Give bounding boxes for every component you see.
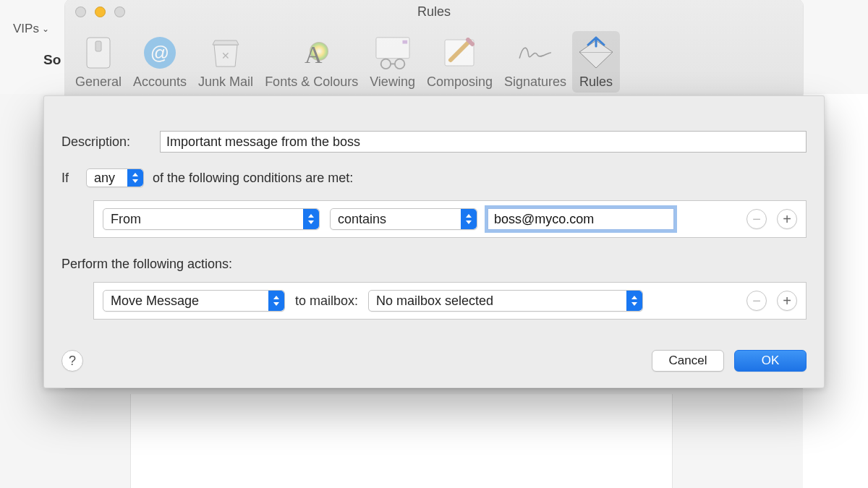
tab-accounts[interactable]: @ Accounts — [127, 31, 192, 93]
svg-text:@: @ — [150, 42, 169, 64]
tab-general[interactable]: General — [69, 31, 127, 93]
to-mailbox-label: to mailbox: — [295, 294, 358, 309]
fonts-colours-icon: A — [294, 34, 330, 72]
select-stepper-icon — [303, 209, 319, 229]
action-mailbox-value: No mailbox selected — [376, 294, 493, 309]
vips-dropdown[interactable]: VIPs ⌄ — [13, 22, 49, 36]
action-mailbox-select[interactable]: No mailbox selected — [368, 290, 643, 312]
tab-label: Rules — [579, 74, 613, 90]
ok-button[interactable]: OK — [734, 350, 807, 372]
sort-label-fragment: So — [43, 52, 61, 68]
if-label: If — [61, 171, 86, 186]
tab-label: Viewing — [370, 74, 415, 90]
svg-rect-1 — [95, 41, 101, 51]
if-suffix: of the following conditions are met: — [153, 171, 353, 186]
help-button[interactable]: ? — [61, 350, 83, 372]
condition-value-input[interactable] — [488, 208, 674, 230]
tab-label: Junk Mail — [198, 74, 253, 90]
help-icon: ? — [69, 354, 76, 369]
select-stepper-icon — [626, 291, 642, 311]
condition-field-value: From — [111, 212, 141, 227]
tab-fonts-colours[interactable]: A Fonts & Colours — [259, 31, 364, 93]
composing-icon — [441, 34, 477, 72]
tab-rules[interactable]: Rules — [572, 31, 620, 93]
window-title: Rules — [65, 4, 803, 20]
minus-icon: − — [752, 294, 761, 308]
add-condition-button[interactable]: + — [777, 209, 797, 229]
svg-text:A: A — [305, 41, 323, 68]
select-stepper-icon — [127, 169, 143, 187]
svg-point-9 — [380, 59, 390, 69]
vips-label: VIPs — [13, 22, 39, 36]
tab-junk-mail[interactable]: ✕ Junk Mail — [192, 31, 259, 93]
svg-text:✕: ✕ — [221, 50, 230, 61]
action-type-select[interactable]: Move Message — [103, 290, 285, 312]
junk-mail-icon: ✕ — [208, 34, 244, 72]
preferences-window: Rules General @ Accounts ✕ Junk Mail — [65, 0, 803, 95]
description-input[interactable] — [160, 131, 807, 153]
preferences-toolbar: General @ Accounts ✕ Junk Mail A Fonts &… — [65, 25, 803, 95]
general-icon — [80, 34, 116, 72]
condition-row: From contains − + — [93, 200, 807, 238]
rule-editor-sheet: Description: If any of the following con… — [43, 95, 825, 388]
remove-condition-button[interactable]: − — [746, 209, 767, 229]
match-mode-value: any — [94, 171, 115, 186]
minus-icon: − — [752, 212, 761, 226]
tab-label: Signatures — [504, 74, 566, 90]
condition-field-select[interactable]: From — [103, 208, 320, 230]
svg-point-10 — [394, 59, 404, 69]
actions-heading: Perform the following actions: — [61, 257, 807, 272]
add-action-button[interactable]: + — [777, 291, 797, 311]
plus-icon: + — [783, 294, 791, 308]
description-label: Description: — [61, 134, 160, 150]
plus-icon: + — [783, 212, 791, 226]
viewing-icon — [375, 34, 411, 72]
remove-action-button[interactable]: − — [746, 291, 767, 311]
condition-operator-value: contains — [338, 212, 386, 227]
svg-rect-8 — [402, 40, 407, 44]
match-mode-select[interactable]: any — [86, 168, 144, 187]
rules-icon — [578, 34, 614, 72]
tab-signatures[interactable]: Signatures — [498, 31, 572, 93]
select-stepper-icon — [461, 209, 477, 229]
tab-label: Composing — [427, 74, 493, 90]
action-row: Move Message to mailbox: No mailbox sele… — [93, 282, 807, 320]
chevron-down-icon: ⌄ — [42, 24, 49, 34]
tab-composing[interactable]: Composing — [421, 31, 498, 93]
tab-viewing[interactable]: Viewing — [364, 31, 421, 93]
cancel-button[interactable]: Cancel — [652, 350, 724, 372]
tab-label: General — [75, 74, 122, 90]
prefs-rules-list-area — [130, 394, 673, 488]
tab-label: Fonts & Colours — [265, 74, 358, 90]
signatures-icon — [517, 34, 553, 72]
tab-label: Accounts — [133, 74, 187, 90]
select-stepper-icon — [268, 291, 284, 311]
action-type-value: Move Message — [111, 294, 199, 309]
accounts-icon: @ — [142, 34, 178, 72]
condition-operator-select[interactable]: contains — [330, 208, 477, 230]
